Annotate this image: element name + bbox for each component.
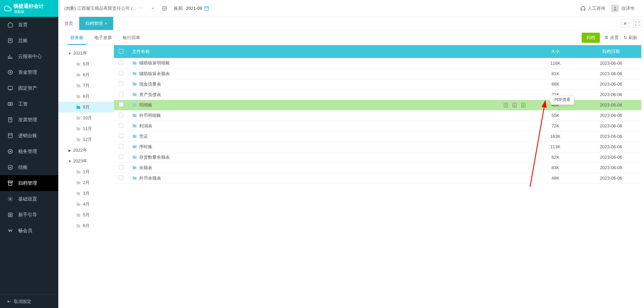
fullscreen-button[interactable]: ⛶ [633, 20, 641, 28]
sidebar-item-2[interactable]: 云报表中心 [0, 49, 58, 64]
sidebar-item-9[interactable]: 结账 [0, 159, 58, 175]
table-row[interactable]: 利润表 72K 2023-06-06 [114, 121, 641, 131]
tree-month[interactable]: 2月 [58, 177, 114, 188]
col-checkbox[interactable] [114, 45, 128, 58]
chevron-down-icon[interactable]: ﹀ [139, 5, 143, 11]
user-menu[interactable]: 徐泽华 [611, 5, 635, 12]
sidebar-item-10[interactable]: 归档管理 [0, 175, 58, 191]
row-checkbox[interactable] [119, 92, 123, 96]
file-date: 2023-06-06 [581, 162, 641, 173]
tree-month[interactable]: 10月 [58, 113, 114, 123]
folder-icon [132, 165, 137, 170]
sidebar-item-5[interactable]: 工资 [0, 96, 58, 112]
tree-month[interactable]: 6月 [58, 220, 114, 231]
row-checkbox[interactable] [119, 175, 123, 180]
subtab-1[interactable]: 电子发票 [89, 30, 117, 45]
file-table-wrap: 文件名称 大小 归档日期 辅助核算明细账 116K 2023-06-06 辅助核… [114, 45, 644, 308]
tree-month[interactable]: 3月 [58, 188, 114, 199]
tree-year[interactable]: ▼2023年 [58, 156, 114, 166]
file-size: 81K [530, 68, 581, 79]
file-size: 66K [530, 79, 581, 89]
close-all-button[interactable]: ✕ [621, 20, 629, 28]
caret-icon: ▼ [68, 159, 72, 163]
table-row[interactable]: 外币余额表 48K 2023-06-06 [114, 173, 641, 183]
sidebar-item-13[interactable]: 畅会员 [0, 223, 58, 239]
table-row[interactable]: 辅助核算余额表 81K 2023-06-06 [114, 68, 641, 79]
brand-name: 畅捷通好会计 [13, 3, 44, 9]
table-row[interactable]: 凭证 163K 2023-06-06 [114, 131, 641, 142]
table-row[interactable]: 余额表 83K 2023-06-06 [114, 162, 641, 173]
gear-icon: ⚙ [605, 35, 609, 40]
table-row[interactable]: 辅助核算明细账 116K 2023-06-06 [114, 58, 641, 68]
archive-button[interactable]: 归档 [582, 33, 600, 43]
file-size: 72K [530, 121, 581, 131]
table-row[interactable]: 序时账 113K 2023-06-06 [114, 142, 641, 152]
main: (勿删) 江西服宝精品有限责任公司 (... ﹀ ＋ 账期 2021-09 人工… [58, 0, 644, 308]
company-selector[interactable]: (勿删) 江西服宝精品有限责任公司 (... [64, 5, 136, 11]
tree-month[interactable]: 6月 [58, 69, 114, 80]
sidebar-item-4[interactable]: 固定资产 [0, 80, 58, 96]
sidebar-item-8[interactable]: 税务管理 [0, 144, 58, 159]
calendar-icon[interactable] [204, 6, 209, 11]
row-checkbox[interactable] [119, 133, 123, 138]
file-name: 存货数量余额表 [139, 154, 170, 160]
row-checkbox[interactable] [119, 60, 123, 65]
plus-icon[interactable]: ＋ [151, 5, 155, 11]
tree-year[interactable]: ▶2022年 [58, 145, 114, 156]
tree-month[interactable]: 11月 [58, 123, 114, 134]
settings-link[interactable]: ⚙ 设置 [605, 35, 619, 41]
tab-1[interactable]: 归档管理× [79, 17, 113, 30]
folder-icon [132, 155, 137, 160]
sidebar-item-11[interactable]: 基础设置 [0, 191, 58, 207]
table-row[interactable]: 现金流量表 66K 2023-06-06 [114, 79, 641, 89]
row-checkbox[interactable] [119, 144, 123, 149]
gear-icon[interactable] [162, 6, 167, 11]
consult-link[interactable]: 人工咨询 [580, 5, 605, 11]
tree-month[interactable]: 1月 [58, 166, 114, 177]
tree-month[interactable]: 12月 [58, 134, 114, 145]
pdf-icon[interactable] [512, 102, 517, 108]
refresh-link[interactable]: ↻ 刷新 [623, 35, 637, 41]
tree-month[interactable]: 7月 [58, 80, 114, 91]
row-checkbox[interactable] [119, 102, 123, 107]
topbar: (勿删) 江西服宝精品有限责任公司 (... ﹀ ＋ 账期 2021-09 人工… [58, 0, 644, 17]
subtab-0[interactable]: 财务账 [65, 30, 89, 45]
tree-month[interactable]: 5月 [58, 59, 114, 69]
folder-icon [132, 71, 137, 76]
folder-icon [132, 113, 137, 118]
folder-icon [76, 137, 81, 142]
row-checkbox[interactable] [119, 81, 123, 86]
tree-month[interactable]: 9月 [58, 102, 114, 113]
row-checkbox[interactable] [119, 71, 123, 75]
row-checkbox[interactable] [119, 154, 123, 159]
period-value[interactable]: 2021-09 [186, 6, 202, 11]
row-checkbox[interactable] [119, 113, 123, 117]
tree-month[interactable]: 5月 [58, 210, 114, 220]
table-row[interactable]: 外币明细账 55K 2023-06-06 [114, 110, 641, 121]
cloud-icon [4, 5, 11, 12]
tree-month[interactable]: 4月 [58, 199, 114, 210]
table-row[interactable]: 存货数量余额表 62K 2023-06-06 [114, 152, 641, 162]
excel-icon[interactable] [503, 102, 509, 108]
tab-0[interactable]: 首页 [58, 17, 79, 30]
pdf-view-icon[interactable] [521, 102, 526, 108]
sidebar-item-6[interactable]: 发票管理 [0, 112, 58, 128]
row-checkbox[interactable] [119, 165, 123, 170]
sidebar-item-12[interactable]: 新手引导 [0, 207, 58, 223]
sidebar-item-7[interactable]: 进销台账 [0, 128, 58, 144]
subtab-2[interactable]: 银行回单 [117, 30, 146, 45]
folder-icon [132, 144, 137, 149]
svg-point-22 [9, 198, 11, 199]
sidebar-item-3[interactable]: 资金管理 [0, 64, 58, 80]
sidebar-item-1[interactable]: 总账 [0, 33, 58, 49]
file-name: 明细账 [139, 102, 152, 108]
sidebar-unpin[interactable]: ⇤ 取消固定 [0, 295, 58, 308]
tree-year[interactable]: ▼2021年 [58, 48, 114, 59]
folder-icon [132, 102, 137, 107]
svg-rect-18 [8, 165, 12, 169]
sidebar-item-0[interactable]: 首页 [0, 17, 58, 33]
row-checkbox[interactable] [119, 123, 123, 128]
sidebar-item-label: 基础设置 [18, 196, 37, 202]
tree-month[interactable]: 8月 [58, 91, 114, 102]
close-icon[interactable]: × [105, 21, 107, 26]
